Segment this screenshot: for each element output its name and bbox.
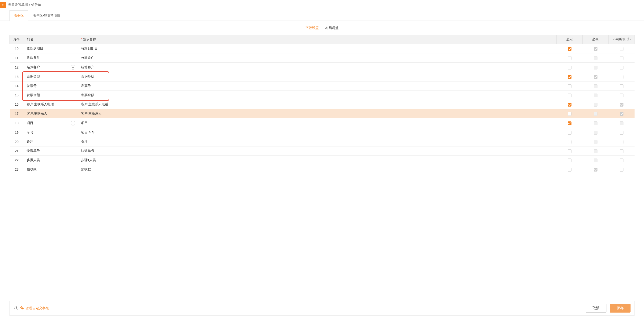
table-row: 12结算客户+结算客户 [10,62,634,72]
table-row: 16客户.主联系人电话客户.主联系人电话 [10,100,634,109]
cell-display-name[interactable]: 结算客户 [78,62,556,72]
col-header-show: 显示 [556,35,582,44]
required-checkbox [594,168,598,172]
readonly-checkbox[interactable] [620,168,624,172]
cell-seq: 13 [10,72,24,82]
readonly-checkbox[interactable] [620,94,624,97]
cell-readonly [608,128,634,137]
cell-display-name[interactable]: 发票号 [78,82,556,91]
cell-seq: 21 [10,146,24,156]
cell-readonly [608,91,634,100]
readonly-checkbox[interactable] [620,140,624,144]
cell-display-name[interactable]: 收款条件 [78,54,556,62]
show-checkbox[interactable] [568,112,572,116]
show-checkbox[interactable] [568,140,572,144]
show-checkbox[interactable] [568,122,572,125]
cell-show [556,137,582,146]
subtab-field-settings[interactable]: 字段设置 [305,24,319,32]
show-checkbox[interactable] [568,94,572,97]
cell-display-name[interactable]: 项目 [78,118,556,128]
expand-sidebar-button[interactable] [0,2,6,8]
show-checkbox[interactable] [568,66,572,70]
cell-display-name[interactable]: 票据类型 [78,72,556,82]
cell-display-name[interactable]: 客户.主联系人电话 [78,100,556,109]
cell-display-name[interactable]: 发票金额 [78,91,556,100]
cell-show [556,100,582,109]
subtab-layout[interactable]: 布局调整 [325,24,339,32]
field-table: 序号 列名 *显示名称 显示 必录 不可编辑? 10收款到期日收款到期日11收款… [10,35,634,174]
cell-readonly [608,156,634,165]
show-checkbox[interactable] [568,158,572,162]
table-row: 20备注备注 [10,137,634,146]
cell-show [556,165,582,174]
cell-required [582,44,608,54]
cell-display-name[interactable]: 项目.车号 [78,128,556,137]
table-row: 19车号项目.车号 [10,128,634,137]
table-header-row: 序号 列名 *显示名称 显示 必录 不可编辑? [10,35,634,44]
cell-readonly [608,100,634,109]
col-header-seq: 序号 [10,35,24,44]
plus-icon[interactable]: + [71,121,75,126]
readonly-checkbox[interactable] [620,131,624,135]
readonly-checkbox[interactable] [620,47,624,51]
readonly-checkbox[interactable] [620,66,624,70]
tab-header-area[interactable]: 表头区 [10,10,28,21]
show-checkbox[interactable] [568,56,572,60]
cell-required [582,128,608,137]
cell-seq: 17 [10,109,24,118]
cell-seq: 12 [10,62,24,72]
cell-display-name[interactable]: 客户.主联系人 [78,109,556,118]
show-checkbox[interactable] [568,47,572,51]
required-checkbox [594,75,598,79]
cell-seq: 23 [10,165,24,174]
show-checkbox[interactable] [568,131,572,135]
colname-text: 收款到期日 [27,46,43,51]
cell-display-name[interactable]: 备注 [78,137,556,146]
cell-colname: 客户.主联系人 [24,109,78,118]
cell-readonly [608,118,634,128]
colname-text: 快递单号 [27,149,40,153]
show-checkbox[interactable] [568,75,572,79]
show-checkbox[interactable] [568,84,572,88]
required-checkbox [594,56,598,60]
cell-show [556,118,582,128]
sub-tabs: 字段设置 布局调整 [0,21,644,32]
readonly-checkbox[interactable] [620,158,624,162]
table-row: 21快递单号快递单号 [10,146,634,156]
cell-seq: 20 [10,137,24,146]
main-tabs: 表头区 表体区-销货单明细 [0,10,644,21]
readonly-checkbox[interactable] [620,149,624,153]
table-row: 15发票金额发票金额 [10,91,634,100]
show-checkbox[interactable] [568,168,572,172]
colname-text: 车号 [27,130,33,135]
readonly-checkbox[interactable] [620,75,624,79]
table-row: 14发票号发票号 [10,82,634,91]
required-checkbox [594,112,598,116]
table-row: 11收款条件收款条件 [10,54,634,62]
plus-icon[interactable]: + [71,65,75,70]
cell-display-name[interactable]: 快递单号 [78,146,556,156]
cell-readonly [608,109,634,118]
cell-colname: 步骤人员 [24,156,78,165]
cell-colname: 快递单号 [24,146,78,156]
tab-body-detail[interactable]: 表体区-销货单明细 [28,10,65,21]
show-checkbox[interactable] [568,103,572,106]
cell-colname: 车号 [24,128,78,137]
col-header-required: 必录 [582,35,608,44]
help-icon[interactable]: ? [627,38,630,41]
show-checkbox[interactable] [568,149,572,153]
cell-required [582,165,608,174]
cell-colname: 客户.主联系人电话 [24,100,78,109]
cell-show [556,156,582,165]
cell-colname: 预收款 [24,165,78,174]
readonly-checkbox[interactable] [620,84,624,88]
readonly-checkbox[interactable] [620,56,624,60]
table-row: 18项目+项目 [10,118,634,128]
cell-display-name[interactable]: 预收款 [78,165,556,174]
cell-display-name[interactable]: 步骤1人员 [78,156,556,165]
cell-seq: 22 [10,156,24,165]
cell-show [556,146,582,156]
cell-colname: 收款到期日 [24,44,78,54]
cell-display-name[interactable]: 收款到期日 [78,44,556,54]
cell-readonly [608,137,634,146]
